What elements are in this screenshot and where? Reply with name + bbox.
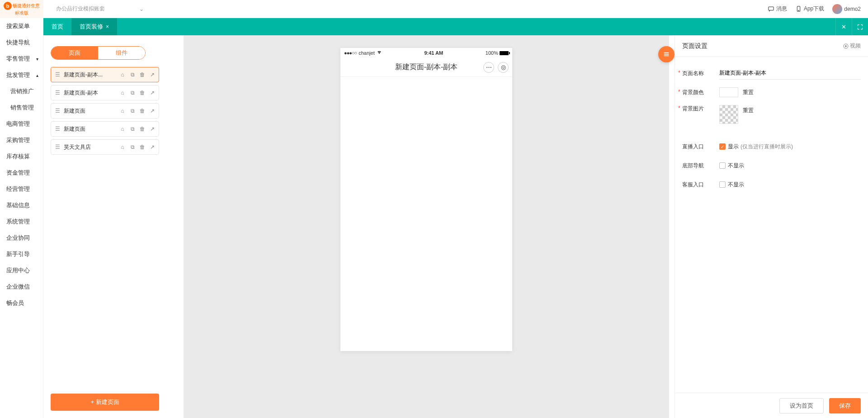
page-name: 新建页面-副本... xyxy=(61,71,119,79)
page-row[interactable]: ☰ 新建页面-副本 ⌂⧉🗑↗ xyxy=(51,85,159,100)
mobile-icon xyxy=(795,5,802,12)
page-list-pane: 页面 组件 ☰ 新建页面-副本... ⌂ ⧉ 🗑 ↗ ☰ 新建页面-副本 ⌂⧉🗑… xyxy=(43,35,168,418)
workspace: 页面 组件 ☰ 新建页面-副本... ⌂ ⧉ 🗑 ↗ ☰ 新建页面-副本 ⌂⧉🗑… xyxy=(43,35,868,418)
set-home-icon[interactable]: ⌂ xyxy=(119,107,126,114)
nav-shortcut[interactable]: 快捷导航 xyxy=(0,34,43,51)
copy-icon[interactable]: ⧉ xyxy=(129,107,136,114)
save-button[interactable]: 保存 xyxy=(829,398,861,413)
set-home-button[interactable]: 设为首页 xyxy=(779,398,824,413)
live-entry-label: 直播入口 xyxy=(682,143,719,151)
delete-icon[interactable]: 🗑 xyxy=(139,125,146,133)
nav-appcenter[interactable]: 应用中心 xyxy=(0,262,43,279)
live-hint: (仅当进行直播时展示) xyxy=(741,143,793,151)
page-name-label: 页面名称 xyxy=(682,70,719,77)
nav-basic[interactable]: 基础信息 xyxy=(0,197,43,214)
nav-marketing[interactable]: 营销推广 xyxy=(0,83,43,100)
page-row[interactable]: ☰ 昊天文具店 ⌂⧉🗑↗ xyxy=(51,139,159,155)
bottom-nav-checkbox-label: 不显示 xyxy=(728,162,744,170)
logo[interactable]: b 畅捷通好生意 标准版 xyxy=(0,0,43,18)
nav-sales[interactable]: 销售管理 xyxy=(0,100,43,116)
nav-system[interactable]: 系统管理 xyxy=(0,214,43,230)
more-icon[interactable]: ⋯ xyxy=(483,62,494,73)
bg-image-picker[interactable] xyxy=(719,105,738,124)
copy-icon[interactable]: ⧉ xyxy=(129,143,136,151)
nav-retail[interactable]: 零售管理▾ xyxy=(0,51,43,67)
nav-funds[interactable]: 资金管理 xyxy=(0,165,43,181)
svg-point-2 xyxy=(798,10,799,11)
external-link-icon[interactable]: ↗ xyxy=(149,143,156,151)
caret-up-icon: ▴ xyxy=(36,73,38,78)
delete-icon[interactable]: 🗑 xyxy=(139,71,146,78)
toggle-panel-button[interactable] xyxy=(658,46,675,62)
nav-inventory[interactable]: 库存核算 xyxy=(0,148,43,165)
nav-guide[interactable]: 新手引导 xyxy=(0,246,43,262)
play-icon xyxy=(843,43,849,49)
external-link-icon[interactable]: ↗ xyxy=(149,89,156,96)
service-checkbox[interactable] xyxy=(719,181,726,188)
nav-operations[interactable]: 经营管理 xyxy=(0,181,43,197)
account-set-selector[interactable]: 办公品行业模拟账套 ⌄ xyxy=(52,3,147,15)
settings-header: 页面设置 视频 xyxy=(675,35,868,57)
copy-icon[interactable]: ⧉ xyxy=(129,89,136,96)
bg-image-reset[interactable]: 重置 xyxy=(743,107,754,114)
caret-down-icon: ▾ xyxy=(36,57,38,62)
tab-decorate[interactable]: 首页装修× xyxy=(71,18,117,35)
messages-link[interactable]: 消息 xyxy=(768,5,787,13)
copy-icon[interactable]: ⧉ xyxy=(129,71,136,78)
set-home-icon[interactable]: ⌂ xyxy=(119,89,126,96)
phone-preview: ●●●○○ chanjet 9:41 AM 100% 新建页面-副本-副本 ⋯ … xyxy=(340,48,512,351)
external-link-icon[interactable]: ↗ xyxy=(149,125,156,133)
nav-purchase[interactable]: 采购管理 xyxy=(0,132,43,148)
page-row[interactable]: ☰ 新建页面-副本... ⌂ ⧉ 🗑 ↗ xyxy=(51,67,159,82)
external-link-icon[interactable]: ↗ xyxy=(149,107,156,114)
tab-bar: 首页 首页装修× ✕ xyxy=(43,18,868,35)
external-link-icon[interactable]: ↗ xyxy=(149,71,156,78)
wifi-icon xyxy=(377,50,382,56)
nav-ecommerce[interactable]: 电商管理 xyxy=(0,116,43,132)
delete-icon[interactable]: 🗑 xyxy=(139,107,146,114)
account-set-label: 办公品行业模拟账套 xyxy=(56,5,105,13)
phone-time: 9:41 AM xyxy=(382,50,486,56)
nav-wechat[interactable]: 企业微信 xyxy=(0,279,43,295)
phone-title: 新建页面-副本-副本 xyxy=(395,62,458,72)
set-home-icon[interactable]: ⌂ xyxy=(119,71,126,78)
nav-search[interactable]: 搜索菜单 xyxy=(0,18,43,34)
seg-page[interactable]: 页面 xyxy=(51,47,98,59)
menu-icon xyxy=(663,51,670,58)
delete-icon[interactable]: 🗑 xyxy=(139,143,146,151)
page-name: 昊天文具店 xyxy=(61,143,119,151)
drag-handle-icon[interactable]: ☰ xyxy=(54,71,61,78)
target-icon[interactable]: ◎ xyxy=(498,62,509,73)
set-home-icon[interactable]: ⌂ xyxy=(119,143,126,151)
service-checkbox-label: 不显示 xyxy=(728,181,744,189)
settings-footer: 设为首页 保存 xyxy=(675,393,868,418)
drag-handle-icon[interactable]: ☰ xyxy=(54,90,61,96)
page-row[interactable]: ☰ 新建页面 ⌂⧉🗑↗ xyxy=(51,103,159,119)
video-help-link[interactable]: 视频 xyxy=(843,42,861,50)
bottom-nav-checkbox[interactable] xyxy=(719,162,726,169)
copy-icon[interactable]: ⧉ xyxy=(129,125,136,133)
tab-fullscreen[interactable] xyxy=(852,18,868,35)
bg-color-picker[interactable] xyxy=(719,87,738,97)
user-menu[interactable]: demo2 xyxy=(832,4,861,14)
add-page-button[interactable]: + 新建页面 xyxy=(51,394,159,411)
set-home-icon[interactable]: ⌂ xyxy=(119,125,126,133)
drag-handle-icon[interactable]: ☰ xyxy=(54,126,61,132)
bg-color-reset[interactable]: 重置 xyxy=(743,89,754,96)
nav-collab[interactable]: 企业协同 xyxy=(0,230,43,246)
app-download-link[interactable]: App下载 xyxy=(795,5,824,13)
page-name: 新建页面-副本 xyxy=(61,89,119,97)
tab-close-all[interactable]: ✕ xyxy=(835,18,852,35)
drag-handle-icon[interactable]: ☰ xyxy=(54,144,61,150)
logo-icon: b xyxy=(4,2,12,10)
seg-component[interactable]: 组件 xyxy=(98,47,145,59)
tab-home[interactable]: 首页 xyxy=(43,18,71,35)
live-checkbox[interactable]: ✓ xyxy=(719,143,726,150)
close-icon[interactable]: × xyxy=(106,24,109,30)
nav-member[interactable]: 畅会员 xyxy=(0,295,43,311)
page-name-input[interactable] xyxy=(719,67,861,80)
delete-icon[interactable]: 🗑 xyxy=(139,89,146,96)
drag-handle-icon[interactable]: ☰ xyxy=(54,108,61,114)
page-row[interactable]: ☰ 新建页面 ⌂⧉🗑↗ xyxy=(51,121,159,137)
nav-wholesale[interactable]: 批发管理▴ xyxy=(0,67,43,83)
